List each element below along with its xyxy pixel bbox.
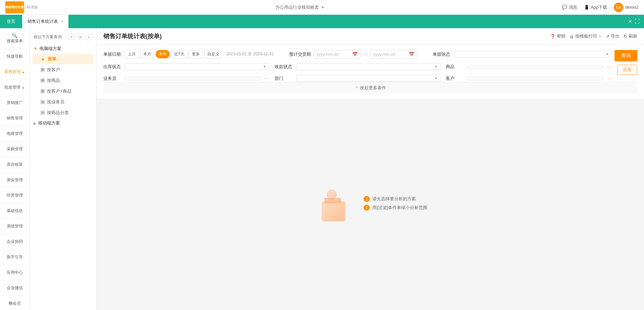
date-btn-last-month[interactable]: 上月 (125, 50, 139, 58)
dept-filter: 部门 ▼ (275, 75, 441, 82)
sidebar-item-wechat[interactable]: 企业微信 (0, 280, 29, 296)
sidebar-item-wholesale[interactable]: 批发管理 ▲ (0, 80, 29, 95)
product-select[interactable] (467, 65, 603, 68)
out-status-select[interactable]: ▼ (125, 63, 269, 70)
empty-illustration (313, 188, 354, 221)
out-status-arrow: ▼ (263, 65, 266, 68)
collapse-panel-button[interactable]: « (86, 34, 92, 40)
empty-state: 1 请先选择要分析的方案 2 用[过滤]条件来缩小分析范围 (97, 99, 644, 310)
empty-hint-2: 2 用[过滤]条件来缩小分析范围 (364, 205, 427, 211)
workspace-selector[interactable]: 办公用品行业模拟账套 ▼ (275, 4, 325, 10)
export-button[interactable]: ↗ 导出 (606, 33, 620, 39)
left-panel-actions: + ⊙ « (68, 34, 92, 40)
pc-scheme-group-header[interactable]: ▼ 电脑端方案 (32, 44, 94, 54)
sidebar-item-sales[interactable]: 销售管理 (0, 111, 29, 126)
page-actions: ❓ 帮助 🖨 按模板打印 ▼ ↗ 导出 ↻ 刷新 (550, 33, 637, 43)
add-scheme-button[interactable]: + (68, 34, 75, 40)
top-bar: 畅捷通好生意 标准版 办公用品行业模拟账套 ▼ 💬 消息 📱 App下载 Ea … (0, 0, 644, 15)
salesman-select[interactable] (125, 77, 261, 80)
tab-sales-stats[interactable]: 销售订单统计表 × (22, 15, 68, 28)
sidebar-item-finance[interactable]: 资金管理 (0, 172, 29, 188)
sidebar-shortcut[interactable]: 快捷导航 (0, 49, 29, 64)
scheme-item-by-order[interactable]: ● 按单 (32, 54, 94, 64)
sidebar-item-basic-info[interactable]: 基础信息 (0, 203, 29, 219)
tab-close-icon[interactable]: × (61, 19, 63, 24)
sidebar-item-app-center-label: 应用中心 (7, 270, 23, 275)
scheme-by-customer-icon: 客 (40, 67, 45, 72)
salesman-dots[interactable]: ··· (265, 75, 269, 82)
sidebar-item-member[interactable]: 畅会员 (0, 296, 29, 310)
help-icon: ❓ (550, 34, 555, 39)
doc-status-filter: 单据状态 ▼ (433, 51, 612, 58)
window-maximize-icon[interactable]: ⛶ (635, 18, 640, 24)
app-label: App下载 (591, 4, 607, 10)
product-dots[interactable]: ··· (607, 64, 612, 70)
pc-scheme-group: ▼ 电脑端方案 ● 按单 客 按客户 商 按商品 客 按客户+商品 业 按业务员 (30, 44, 96, 118)
window-close-icon[interactable]: × (628, 18, 632, 25)
message-button[interactable]: 💬 消息 (562, 4, 577, 10)
expected-date-start[interactable]: yyyy-mm-dd 📅 (314, 50, 361, 58)
sidebar-item-corp-collab[interactable]: 企业协同 (0, 234, 29, 250)
search-button[interactable]: 查询 (614, 50, 637, 61)
mobile-scheme-group-header[interactable]: ▶ 移动端方案 (32, 118, 94, 128)
logo-subtitle: 标准版 (27, 5, 38, 10)
sidebar-item-ecommerce-label: 电商管理 (7, 131, 23, 136)
refresh-button[interactable]: ↻ 刷新 (624, 33, 637, 39)
date-btn-this-year[interactable]: 本年 (156, 50, 170, 58)
expected-date-end[interactable]: yyyy-mm-dd 📅 (370, 50, 417, 58)
filter-area: 单据日期 上月 本月 本年 近7天 更多 自定义 2023-01-01 至 20… (97, 45, 644, 99)
salesman-filter: 业务员 ··· (103, 75, 269, 82)
workspace-name: 办公用品行业模拟账套 (275, 4, 319, 10)
date-btn-last-7[interactable]: 近7天 (171, 50, 187, 58)
sidebar-item-wholesale-arrow: ▲ (21, 86, 25, 89)
sidebar-item-marketing[interactable]: 营销推广 (0, 95, 29, 111)
app-download-button[interactable]: 📱 App下载 (584, 4, 607, 10)
date-separator: — (363, 52, 368, 57)
sidebar-item-basic-info-label: 基础信息 (7, 208, 23, 213)
workspace-dropdown-icon[interactable]: ▼ (321, 5, 325, 9)
customer-select[interactable] (467, 77, 603, 80)
pay-status-select[interactable]: ▼ (296, 63, 441, 70)
sidebar-item-system[interactable]: 系统管理 (0, 219, 29, 234)
help-button[interactable]: ❓ 帮助 (550, 33, 566, 39)
sidebar-item-operations[interactable]: 经营管理 (0, 188, 29, 203)
pay-status-arrow: ▼ (434, 65, 437, 68)
sidebar-item-member-label: 畅会员 (9, 301, 21, 306)
scheme-item-by-customer[interactable]: 客 按客户 (32, 64, 94, 75)
scheme-item-by-product[interactable]: 商 按商品 (32, 75, 94, 86)
customer-dots[interactable]: ··· (607, 75, 612, 82)
expected-date-label: 预计交货期 (289, 51, 311, 57)
sidebar-item-app-center[interactable]: 应用中心 (0, 265, 29, 280)
refresh-icon: ↻ (624, 34, 627, 39)
filter-row-2: 出库状态 ▼ 收款状态 ▼ (103, 63, 612, 70)
date-btn-this-month[interactable]: 本月 (140, 50, 154, 58)
user-area[interactable]: Ea demo2 (614, 3, 639, 12)
settings-button[interactable]: 设置 (617, 65, 637, 75)
add-icon: + (70, 35, 72, 39)
scheme-by-customer-label: 按客户 (47, 67, 60, 73)
sidebar-item-newbie[interactable]: 新手引导 (0, 250, 29, 265)
tab-home[interactable]: 首页 (0, 15, 22, 28)
date-btn-custom[interactable]: 自定义 (204, 50, 222, 58)
sidebar-item-wechat-label: 企业微信 (7, 286, 23, 290)
dept-select[interactable]: ▼ (296, 75, 441, 82)
sidebar-item-purchase[interactable]: 采购管理 (0, 142, 29, 157)
sidebar-shortcut-label: 快捷导航 (7, 54, 23, 59)
sidebar-item-ecommerce[interactable]: 电商管理 (0, 126, 29, 142)
sidebar-item-corp-collab-label: 企业协同 (7, 239, 23, 244)
sidebar-item-retail[interactable]: 零售管理 ▲ (0, 64, 29, 80)
date-btn-more[interactable]: 更多 (189, 50, 203, 58)
collapse-filter-button[interactable]: ⌃ 收起更多条件 (103, 82, 637, 94)
sidebar-item-inventory[interactable]: 库存核算 (0, 157, 29, 172)
date-filter: 单据日期 上月 本月 本年 近7天 更多 自定义 2023-01-01 至 20… (103, 50, 274, 58)
edit-scheme-button[interactable]: ⊙ (77, 34, 84, 40)
search-icon: 🔍 (12, 33, 17, 38)
print-button[interactable]: 🖨 按模板打印 ▼ (570, 33, 602, 39)
sidebar-search[interactable]: 🔍 搜索菜单 (0, 28, 29, 49)
collapse-icon: « (88, 35, 90, 39)
doc-status-select[interactable]: ▼ (454, 51, 612, 58)
scheme-item-by-category[interactable]: 分 按商品分类 (32, 107, 94, 118)
scheme-item-by-salesman[interactable]: 业 按业务员 (32, 97, 94, 107)
scheme-item-by-customer-product[interactable]: 客 按客户+商品 (32, 86, 94, 97)
collapse-chevron-icon: ⌃ (355, 86, 358, 90)
